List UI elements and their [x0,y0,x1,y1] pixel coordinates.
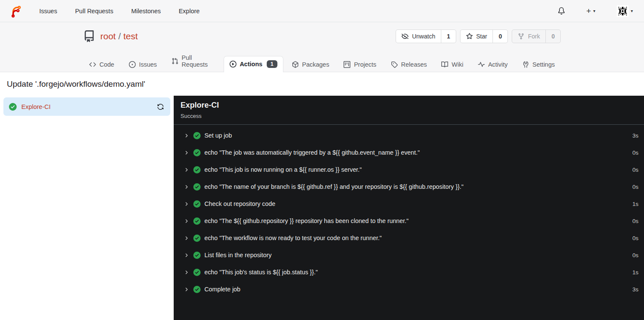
chevron-right-icon[interactable] [184,287,189,292]
navbar-link-milestones[interactable]: Milestones [131,8,160,15]
chevron-right-icon[interactable] [184,270,189,275]
tab-code-label: Code [99,61,114,68]
tab-projects[interactable]: Projects [338,57,382,72]
tag-icon [391,61,398,68]
star-button[interactable]: Star [460,30,493,43]
navbar-link-explore[interactable]: Explore [179,8,200,15]
tab-pull-requests[interactable]: Pull Requests [166,50,221,72]
step-name: echo "The workflow is now ready to test … [204,235,382,241]
unwatch-button[interactable]: Unwatch [396,30,440,43]
book-icon [441,61,448,68]
step-duration: 0s [632,252,638,258]
pull-request-icon [172,58,178,65]
tab-activity[interactable]: Activity [472,57,514,72]
repo-breadcrumb: root/test [100,31,138,41]
navbar-link-issues[interactable]: Issues [39,8,57,15]
step-name: Complete job [204,286,240,293]
chevron-right-icon[interactable] [184,235,189,241]
step-row[interactable]: List files in the repository 0s [174,247,644,264]
step-name: echo "This job's status is ${{ job.statu… [204,269,318,276]
job-list-item-explore-ci[interactable]: Explore-CI [3,97,170,116]
top-navbar: Issues Pull Requests Milestones Explore … [0,0,644,22]
step-row[interactable]: echo "The job was automatically triggere… [174,144,644,161]
step-duration: 1s [632,201,638,207]
chevron-right-icon[interactable] [184,184,189,190]
chevron-right-icon[interactable] [184,201,189,207]
tab-settings-label: Settings [533,61,555,68]
star-count[interactable]: 0 [492,30,507,43]
step-row[interactable]: echo "The name of your branch is ${{ git… [174,178,644,195]
fork-button-group: Fork 0 [512,29,561,43]
user-menu-button[interactable]: ▾ [615,3,635,19]
step-row[interactable]: echo "This job's status is ${{ job.statu… [174,264,644,281]
step-row[interactable]: echo "This job is now running on a ${{ r… [174,161,644,178]
tab-issues[interactable]: Issues [123,57,163,72]
step-name: echo "The name of your branch is ${{ git… [204,183,463,190]
avatar [617,5,629,17]
check-circle-icon [193,183,201,191]
step-duration: 0s [632,218,638,224]
pulse-icon [478,61,485,68]
step-duration: 1s [632,269,638,276]
fork-count: 0 [545,30,560,43]
tab-code[interactable]: Code [83,57,120,72]
check-circle-icon [193,235,201,242]
step-row[interactable]: Set up job 3s [174,127,644,144]
actions-run-view: Update '.forgejo/workflows/demo.yaml' Ex… [0,79,644,320]
job-status-text: Success [181,113,637,119]
step-duration: 3s [632,132,638,139]
repo-owner-link[interactable]: root [100,31,116,41]
forgejo-logo[interactable] [9,5,22,18]
sync-icon [157,103,164,110]
step-duration: 0s [632,184,638,190]
step-name: Check out repository code [204,200,275,207]
step-duration: 0s [632,235,638,241]
rerun-job-button[interactable] [156,103,165,111]
job-steps-list: Set up job 3s echo "The job was automati… [174,125,644,300]
job-log-panel: Explore-CI Success Set up job 3s [174,96,644,320]
create-new-button[interactable]: + ▾ [585,5,597,17]
tools-icon [522,61,529,68]
step-row[interactable]: Complete job 3s [174,281,644,298]
step-name: List files in the repository [204,252,271,258]
step-row[interactable]: echo "The ${{ github.repository }} repos… [174,212,644,229]
check-circle-icon [193,269,201,276]
navbar-link-pull-requests[interactable]: Pull Requests [75,8,113,15]
caret-down-icon: ▾ [593,9,595,13]
step-name: echo "The ${{ github.repository }} repos… [204,217,408,224]
project-icon [344,61,350,68]
tab-packages-label: Packages [302,61,329,68]
notifications-button[interactable] [556,6,567,16]
star-label: Star [476,33,487,40]
job-name: Explore-CI [21,103,152,110]
tab-actions[interactable]: Actions 1 [224,56,283,72]
caret-down-icon: ▾ [631,9,633,13]
tab-actions-label: Actions [240,61,262,68]
step-row[interactable]: echo "The workflow is now ready to test … [174,229,644,247]
check-circle-icon [193,252,201,259]
check-circle-icon [193,200,201,208]
chevron-right-icon[interactable] [184,252,189,258]
repo-name-link[interactable]: test [123,31,138,41]
chevron-right-icon[interactable] [184,150,189,156]
tab-issues-label: Issues [139,61,157,68]
unwatch-label: Unwatch [412,33,435,40]
tab-settings[interactable]: Settings [516,57,561,72]
tab-releases[interactable]: Releases [385,57,433,72]
job-panel-title: Explore-CI [181,101,637,110]
watch-count[interactable]: 1 [441,30,456,43]
tab-releases-label: Releases [401,61,427,68]
fork-button: Fork [512,30,545,43]
tab-pull-requests-label: Pull Requests [182,54,215,68]
tab-packages[interactable]: Packages [286,57,335,72]
plus-icon: + [586,7,591,15]
bell-icon [558,7,565,15]
chevron-right-icon[interactable] [184,133,189,138]
step-row[interactable]: Check out repository code 1s [174,195,644,212]
check-circle-icon [193,166,201,173]
repo-header: root/test Unwatch 1 [0,22,644,72]
star-icon [466,33,473,40]
chevron-right-icon[interactable] [184,218,189,224]
tab-wiki[interactable]: Wiki [435,57,469,72]
chevron-right-icon[interactable] [184,167,189,173]
